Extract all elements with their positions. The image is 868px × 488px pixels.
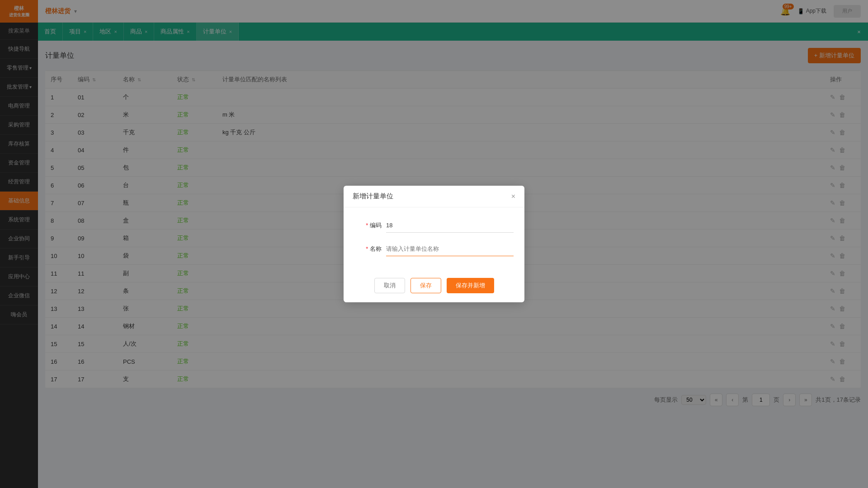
cancel-button[interactable]: 取消 xyxy=(374,278,405,293)
modal-title: 新增计量单位 xyxy=(353,192,393,201)
save-continue-button[interactable]: 保存并新增 xyxy=(447,278,494,293)
form-row-code: 编码 xyxy=(354,218,514,233)
modal-overlay[interactable]: 新增计量单位 × 编码 名称 取消 保存 保存并新增 xyxy=(0,0,868,488)
name-input[interactable] xyxy=(386,242,514,256)
code-field-label: 编码 xyxy=(354,221,382,230)
modal-header: 新增计量单位 × xyxy=(344,186,524,207)
modal-close-button[interactable]: × xyxy=(511,192,515,201)
modal-footer: 取消 保存 保存并新增 xyxy=(344,272,524,302)
code-input[interactable] xyxy=(386,218,514,233)
form-row-name: 名称 xyxy=(354,242,514,256)
modal-body: 编码 名称 xyxy=(344,207,524,272)
add-unit-modal: 新增计量单位 × 编码 名称 取消 保存 保存并新增 xyxy=(344,186,524,302)
name-field-label: 名称 xyxy=(354,245,382,253)
save-button[interactable]: 保存 xyxy=(410,278,441,293)
